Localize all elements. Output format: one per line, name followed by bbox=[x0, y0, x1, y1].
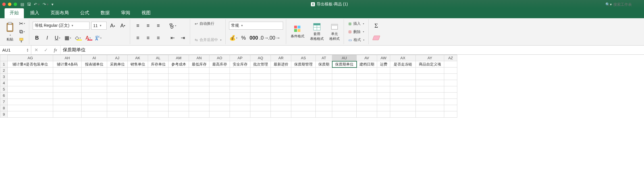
cell-AZ2[interactable] bbox=[444, 67, 457, 74]
autosum-button[interactable]: Σ bbox=[372, 22, 381, 30]
conditional-format-button[interactable]: 条件格式 bbox=[290, 24, 306, 39]
table-format-button[interactable]: 套用 表格格式 bbox=[309, 22, 325, 42]
tab-数据[interactable]: 数据 bbox=[95, 8, 115, 18]
font-name-combo[interactable]: 等线 Regular (正文) ▼ bbox=[33, 22, 90, 30]
bold-button[interactable]: B bbox=[33, 34, 41, 42]
column-header-AG[interactable]: AG bbox=[8, 55, 53, 61]
tab-视图[interactable]: 视图 bbox=[136, 8, 156, 18]
cell-AJ7[interactable] bbox=[107, 99, 128, 105]
cell-AL3[interactable] bbox=[148, 74, 169, 80]
cell-AV3[interactable] bbox=[357, 74, 377, 80]
font-size-combo[interactable]: 11 ▼ bbox=[91, 22, 107, 30]
cell-AM6[interactable] bbox=[169, 93, 189, 99]
cell-AQ9[interactable] bbox=[250, 111, 271, 118]
cell-AZ1[interactable] bbox=[444, 61, 457, 67]
decrease-font-button[interactable]: A▾ bbox=[119, 22, 127, 30]
cell-AN5[interactable] bbox=[189, 86, 209, 93]
cell-AP3[interactable] bbox=[230, 74, 250, 80]
row-header-2[interactable]: 2 bbox=[0, 67, 8, 74]
cell-AO7[interactable] bbox=[209, 99, 230, 105]
decrease-indent-button[interactable]: ⇤ bbox=[168, 34, 177, 42]
cell-AR9[interactable] bbox=[271, 111, 291, 118]
cell-AY2[interactable] bbox=[416, 67, 444, 74]
format-cells-button[interactable]: ▭格式▾ bbox=[347, 36, 365, 44]
align-left-button[interactable]: ≡ bbox=[134, 34, 142, 42]
tab-页面布局[interactable]: 页面布局 bbox=[45, 8, 74, 18]
cell-AP2[interactable] bbox=[230, 67, 250, 74]
cell-AI2[interactable] bbox=[82, 67, 107, 74]
cell-AI5[interactable] bbox=[82, 86, 107, 93]
cell-AN4[interactable] bbox=[189, 80, 209, 86]
cell-AK4[interactable] bbox=[128, 80, 148, 86]
cell-AN9[interactable] bbox=[189, 111, 209, 118]
align-top-button[interactable]: ≡ bbox=[134, 22, 142, 30]
select-all-corner[interactable] bbox=[0, 55, 8, 61]
cell-AT4[interactable] bbox=[316, 80, 332, 86]
cell-AS3[interactable] bbox=[291, 74, 316, 80]
cell-AS7[interactable] bbox=[291, 99, 316, 105]
cell-AQ4[interactable] bbox=[250, 80, 271, 86]
cell-AW1[interactable]: 运费 bbox=[377, 61, 390, 67]
cell-AL8[interactable] bbox=[148, 105, 169, 111]
formula-input[interactable] bbox=[60, 46, 644, 54]
column-header-AJ[interactable]: AJ bbox=[107, 55, 128, 61]
cell-AO3[interactable] bbox=[209, 74, 230, 80]
cell-AW2[interactable] bbox=[377, 67, 390, 74]
decrease-decimal-button[interactable]: .00→ bbox=[270, 34, 279, 42]
cell-AG1[interactable]: 辅计量4是否包装单位 bbox=[8, 61, 53, 67]
cell-AU4[interactable] bbox=[332, 80, 357, 86]
cell-AQ2[interactable] bbox=[250, 67, 271, 74]
row-header-4[interactable]: 4 bbox=[0, 80, 8, 86]
cell-AW3[interactable] bbox=[377, 74, 390, 80]
copy-button[interactable]: ⧉▾ bbox=[18, 28, 26, 35]
column-header-AY[interactable]: AY bbox=[416, 55, 444, 61]
accounting-format-button[interactable]: 💰▾ bbox=[229, 34, 238, 42]
cell-AQ5[interactable] bbox=[250, 86, 271, 93]
cell-AG9[interactable] bbox=[8, 111, 53, 118]
cell-AR1[interactable]: 最新进价 bbox=[271, 61, 291, 67]
name-box-spinner[interactable]: ▲▼ bbox=[26, 48, 29, 52]
cell-AV2[interactable] bbox=[357, 67, 377, 74]
worksheet-grid[interactable]: AGAHAIAJAKALAMANAOAPAQARASATAUAVAWAXAYAZ… bbox=[0, 55, 644, 118]
column-header-AW[interactable]: AW bbox=[377, 55, 390, 61]
save-icon[interactable]: ▤ bbox=[20, 2, 24, 7]
cell-AS1[interactable]: 保质期管理 bbox=[291, 61, 316, 67]
cell-AO5[interactable] bbox=[209, 86, 230, 93]
cell-AW5[interactable] bbox=[377, 86, 390, 93]
column-header-AT[interactable]: AT bbox=[316, 55, 332, 61]
cell-AG4[interactable] bbox=[8, 80, 53, 86]
cell-AX5[interactable] bbox=[390, 86, 416, 93]
cell-AU6[interactable] bbox=[332, 93, 357, 99]
align-bottom-button[interactable]: ≡ bbox=[154, 22, 163, 30]
cell-AL6[interactable] bbox=[148, 93, 169, 99]
cell-AO6[interactable] bbox=[209, 93, 230, 99]
cell-AL7[interactable] bbox=[148, 99, 169, 105]
cell-AP7[interactable] bbox=[230, 99, 250, 105]
cell-AZ3[interactable] bbox=[444, 74, 457, 80]
cell-AG5[interactable] bbox=[8, 86, 53, 93]
cell-AO9[interactable] bbox=[209, 111, 230, 118]
row-header-8[interactable]: 8 bbox=[0, 105, 8, 111]
cell-AN7[interactable] bbox=[189, 99, 209, 105]
cell-AW9[interactable] bbox=[377, 111, 390, 118]
cell-AX3[interactable] bbox=[390, 74, 416, 80]
search-input[interactable] bbox=[613, 2, 642, 7]
cell-AH7[interactable] bbox=[53, 99, 82, 105]
cell-AK5[interactable] bbox=[128, 86, 148, 93]
cell-AV6[interactable] bbox=[357, 93, 377, 99]
cell-AW4[interactable] bbox=[377, 80, 390, 86]
cell-AJ4[interactable] bbox=[107, 80, 128, 86]
cell-AT9[interactable] bbox=[316, 111, 332, 118]
column-header-AS[interactable]: AS bbox=[291, 55, 316, 61]
align-middle-button[interactable]: ≡ bbox=[144, 22, 152, 30]
undo-icon[interactable]: ↶▾ bbox=[34, 2, 40, 7]
paste-button[interactable]: ▾ 粘贴 bbox=[4, 20, 16, 44]
cell-AW6[interactable] bbox=[377, 93, 390, 99]
cell-AK9[interactable] bbox=[128, 111, 148, 118]
cell-AX7[interactable] bbox=[390, 99, 416, 105]
cell-AI8[interactable] bbox=[82, 105, 107, 111]
column-header-AK[interactable]: AK bbox=[128, 55, 148, 61]
cell-AJ2[interactable] bbox=[107, 67, 128, 74]
cell-AX9[interactable] bbox=[390, 111, 416, 118]
cell-AY9[interactable] bbox=[416, 111, 444, 118]
